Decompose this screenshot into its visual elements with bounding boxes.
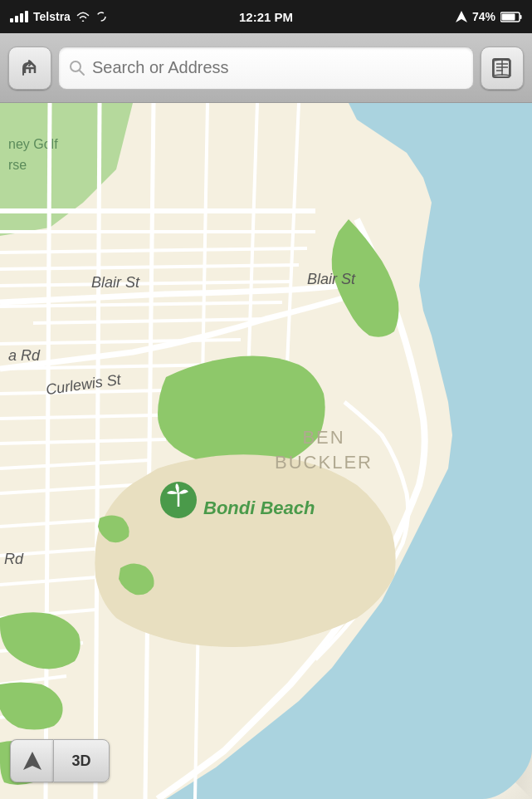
carrier-label: Telstra bbox=[33, 10, 71, 23]
status-left: Telstra bbox=[10, 10, 107, 23]
svg-rect-4 bbox=[502, 13, 515, 20]
threed-button[interactable]: 3D bbox=[53, 739, 110, 782]
signal-bars bbox=[10, 11, 28, 22]
threed-label: 3D bbox=[71, 752, 90, 770]
map-area[interactable]: ney Golf rse bbox=[0, 103, 532, 799]
svg-rect-3 bbox=[520, 15, 522, 19]
blair-st-label-2: Blair St bbox=[307, 271, 356, 287]
search-bar[interactable] bbox=[58, 47, 474, 90]
map-svg: ney Golf rse bbox=[0, 103, 532, 799]
current-location-icon bbox=[22, 750, 43, 772]
back-arrow-icon bbox=[18, 56, 41, 80]
signal-bar-4 bbox=[25, 11, 28, 22]
svg-point-6 bbox=[71, 61, 81, 71]
location-button[interactable] bbox=[10, 739, 53, 782]
status-bar: Telstra 12:21 PM 74% bbox=[0, 0, 532, 33]
status-right: 74% bbox=[456, 10, 522, 23]
location-active-icon bbox=[456, 11, 467, 22]
back-button[interactable] bbox=[8, 47, 51, 90]
signal-bar-1 bbox=[10, 18, 13, 22]
golf-label2: rse bbox=[8, 158, 27, 172]
rd-label-1: a Rd bbox=[8, 347, 41, 364]
bookmarks-icon bbox=[491, 56, 514, 80]
signal-bar-2 bbox=[15, 16, 18, 22]
svg-line-7 bbox=[80, 71, 84, 75]
svg-marker-44 bbox=[23, 752, 41, 770]
page-curl bbox=[482, 749, 532, 799]
time-display: 12:21 PM bbox=[239, 10, 293, 24]
blair-st-label-1: Blair St bbox=[91, 274, 140, 291]
battery-label: 74% bbox=[472, 10, 495, 23]
ben-buckler-label: BEN bbox=[302, 427, 344, 448]
svg-marker-1 bbox=[456, 11, 467, 22]
loading-icon bbox=[95, 11, 107, 22]
svg-point-0 bbox=[97, 12, 105, 21]
rd-label-2: Rd bbox=[4, 551, 24, 567]
wifi-icon bbox=[76, 11, 90, 22]
bottom-controls: 3D bbox=[10, 739, 110, 782]
toolbar bbox=[0, 33, 532, 103]
battery-icon bbox=[500, 12, 522, 22]
search-icon bbox=[69, 60, 85, 76]
search-input[interactable] bbox=[92, 58, 463, 77]
bondi-beach-label: Bondi Beach bbox=[203, 498, 315, 518]
buckler-label: BUCKLER bbox=[275, 452, 373, 473]
signal-bar-3 bbox=[20, 13, 23, 22]
bookmarks-button[interactable] bbox=[481, 47, 524, 90]
